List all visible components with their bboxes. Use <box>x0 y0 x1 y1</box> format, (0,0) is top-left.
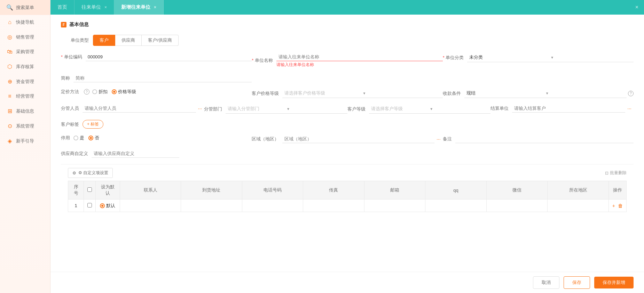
payment-arrow: ▼ <box>545 91 625 95</box>
unit-type-both[interactable]: 客户/供应商 <box>142 35 179 46</box>
cell-check <box>84 200 96 212</box>
customize-button[interactable]: ⚙ ⚙ 自定义项设置 <box>68 168 113 178</box>
field-tag: 客户标签 + 标签 <box>61 120 252 129</box>
name-input[interactable] <box>276 53 443 61</box>
col-fax: 传真 <box>303 181 364 200</box>
unit-type-supplier[interactable]: 供应商 <box>115 35 142 46</box>
row-region-input[interactable] <box>551 202 605 210</box>
col-action: 操作 <box>608 181 626 200</box>
category-select[interactable]: 未分类 ▼ <box>467 53 634 62</box>
tab-new-partner-close[interactable]: × <box>154 5 156 10</box>
cell-phone[interactable] <box>242 200 303 212</box>
abbr-label: 简称 <box>61 75 70 81</box>
sidebar-item-operations[interactable]: ≡ 经营管理 <box>0 89 50 104</box>
cell-action: + 🗑 <box>608 200 626 212</box>
col-phone: 电话号码 <box>242 181 303 200</box>
cell-fax[interactable] <box>303 200 364 212</box>
cust-level-select[interactable]: 请选择客户等级 ▼ <box>369 104 490 114</box>
sidebar-item-finance[interactable]: ⊕ 资金管理 <box>0 74 50 89</box>
abbr-input[interactable] <box>73 74 252 82</box>
cancel-button[interactable]: 取消 <box>533 276 559 289</box>
table-row: 1 默认 <box>68 200 627 212</box>
pricing-label: 定价方法 <box>61 89 79 95</box>
payment-label: 收款条件 <box>443 90 461 97</box>
address-input[interactable] <box>184 202 238 210</box>
tab-partners[interactable]: 往来单位 × <box>74 0 114 15</box>
row-manager: 分管人员 ··· 分管部门 请输入分管部门 ▼ 客户等级 请选择客户等级 ▼ 结… <box>61 104 634 114</box>
tab-home[interactable]: 首页 <box>50 0 74 15</box>
supplier-custom-input[interactable] <box>92 149 179 158</box>
cell-seq: 1 <box>68 200 84 212</box>
sidebar-item-quicknav[interactable]: ⌂ 快捷导航 <box>0 15 50 30</box>
sidebar-item-system[interactable]: ⊙ 系统管理 <box>0 119 50 133</box>
batch-delete-icon: ⊡ <box>605 171 608 176</box>
manager-ellipsis[interactable]: ··· <box>196 106 204 111</box>
supplier-custom-label: 供应商自定义 <box>61 150 88 157</box>
search-icon: 🔍 <box>6 4 13 11</box>
sidebar-item-search[interactable]: 🔍 搜索菜单 <box>0 0 50 15</box>
field-supplier-custom: 供应商自定义 <box>61 149 179 158</box>
settlement-input[interactable] <box>512 104 626 113</box>
region-input[interactable] <box>282 135 434 143</box>
cell-email[interactable] <box>364 200 425 212</box>
code-input[interactable] <box>86 53 252 61</box>
form-container: F 基本信息 单位类型 客户 供应商 客户/供应商 单位编码 单位名称 请输入往… <box>50 15 644 272</box>
row-checkbox[interactable] <box>87 203 92 207</box>
tab-new-partner[interactable]: 新增往来单位 × <box>114 0 164 15</box>
select-all-checkbox[interactable] <box>87 187 92 192</box>
region-label: 区域（地区） <box>252 136 279 142</box>
cell-address[interactable] <box>181 200 242 212</box>
remark-label: 备注 <box>443 136 452 142</box>
cell-region[interactable] <box>548 200 608 212</box>
operations-icon: ≡ <box>6 93 13 99</box>
weixin-input[interactable] <box>490 202 544 210</box>
section-title: F 基本信息 <box>61 22 634 28</box>
qq-input[interactable] <box>429 202 483 210</box>
settlement-ellipsis[interactable]: ··· <box>625 106 634 111</box>
name-error: 请输入往来单位名称 <box>276 62 443 68</box>
disabled-yes[interactable]: 是 <box>73 135 84 141</box>
tab-partners-close[interactable]: × <box>104 5 107 10</box>
region-ellipsis[interactable]: ··· <box>434 136 443 142</box>
field-disabled: 停用 是 否 <box>61 135 252 141</box>
sidebar-item-guide[interactable]: ◈ 新手引导 <box>0 133 50 148</box>
payment-help-icon[interactable]: ? <box>628 91 634 96</box>
table-toolbar: ⚙ ⚙ 自定义项设置 ⊡ 批量删除 <box>68 168 627 178</box>
sidebar-item-sales[interactable]: ◎ 销售管理 <box>0 30 50 44</box>
row-default-radio[interactable]: 默认 <box>99 203 116 209</box>
phone-input[interactable] <box>246 202 299 210</box>
window-close-button[interactable]: × <box>630 0 644 15</box>
cell-qq[interactable] <box>425 200 487 212</box>
dept-select[interactable]: 请输入分管部门 ▼ <box>226 104 347 114</box>
pricing-help-icon[interactable]: ? <box>84 89 89 95</box>
manager-label: 分管人员 <box>61 105 79 112</box>
category-arrow: ▼ <box>550 56 631 59</box>
pricing-radio-discount[interactable]: 折扣 <box>92 89 108 95</box>
save-new-button[interactable]: 保存并新增 <box>594 277 634 288</box>
sidebar-item-inventory[interactable]: ⬡ 库存核算 <box>0 59 50 74</box>
cell-weixin[interactable] <box>486 200 547 212</box>
fax-input[interactable] <box>307 202 360 210</box>
sidebar-item-purchase[interactable]: 🛍 采购管理 <box>0 44 50 59</box>
save-button[interactable]: 保存 <box>564 276 590 289</box>
row-code-name-category: 单位编码 单位名称 请输入往来单位名称 单位分类 未分类 ▼ <box>61 53 634 68</box>
row-add-button[interactable]: + <box>612 203 615 209</box>
sidebar-item-basicinfo[interactable]: ⊞ 基础信息 <box>0 104 50 119</box>
manager-input[interactable] <box>83 104 196 113</box>
cell-contact[interactable] <box>120 200 181 212</box>
unit-type-customer[interactable]: 客户 <box>93 35 115 46</box>
price-level-select[interactable]: 请选择客户价格等级 ▼ <box>282 89 442 98</box>
cell-default: 默认 <box>96 200 120 212</box>
payment-select[interactable]: 现结 ▼ <box>464 89 627 98</box>
remark-input[interactable] <box>455 135 634 143</box>
batch-delete-button[interactable]: ⊡ 批量删除 <box>605 170 627 176</box>
disabled-no[interactable]: 否 <box>88 135 99 141</box>
field-pricing: 定价方法 ? 折扣 价格等级 <box>61 89 252 95</box>
contact-input[interactable] <box>124 202 177 210</box>
tag-add-button[interactable]: + 标签 <box>83 120 103 129</box>
row-delete-button[interactable]: 🗑 <box>618 203 623 209</box>
field-settlement: 结算单位 ··· <box>490 104 634 113</box>
field-price-level: 客户价格等级 请选择客户价格等级 ▼ <box>252 89 442 98</box>
email-input[interactable] <box>368 202 422 210</box>
pricing-radio-level[interactable]: 价格等级 <box>112 89 136 95</box>
